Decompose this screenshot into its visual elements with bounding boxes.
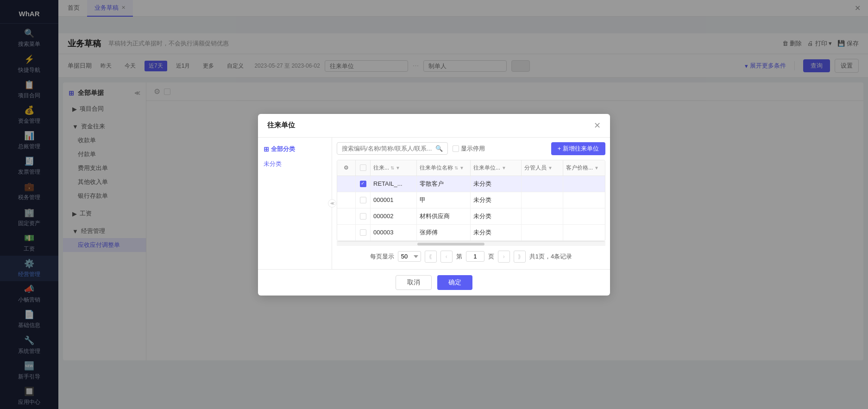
dialog-title: 往来单位 [267, 121, 594, 130]
td-mgr-3 [522, 208, 563, 224]
td-price-3 [563, 208, 605, 224]
dialog-left-nav: ⊞ 全部分类 未分类 ≪ [258, 138, 332, 269]
td-name-2: 甲 [417, 192, 471, 208]
dialog-table: ⚙ 往来... ⇅ ▼ 往来单位名称 ⇅ ▼ [337, 160, 605, 241]
dialog-footer: 取消 确定 [258, 269, 610, 296]
mgr-filter-icon: ▼ [548, 165, 553, 170]
table-row[interactable]: 000001 甲 未分类 [337, 192, 605, 208]
td-code-1: RETAIL_... [371, 176, 417, 192]
table-row[interactable]: RETAIL_... 零散客户 未分类 [337, 176, 605, 192]
table-header: ⚙ 往来... ⇅ ▼ 往来单位名称 ⇅ ▼ [337, 160, 605, 176]
dialog-search-wrapper: 🔍 [337, 142, 448, 155]
dialog-left-unclassified[interactable]: 未分类 [258, 157, 332, 171]
td-checkbox-4[interactable] [356, 225, 371, 240]
td-checkbox-1[interactable] [356, 176, 371, 192]
td-settings-4 [337, 225, 356, 240]
dialog-header: 往来单位 ✕ [258, 114, 610, 138]
td-checkbox-3[interactable] [356, 208, 371, 224]
dialog-partner: 往来单位 ✕ ⊞ 全部分类 未分类 ≪ 🔍 [258, 114, 610, 296]
name-filter-icon: ▼ [459, 165, 464, 170]
dialog-body: ⊞ 全部分类 未分类 ≪ 🔍 显示停用 [258, 138, 610, 269]
td-cat-4: 未分类 [471, 225, 522, 240]
dialog-left-header: ⊞ 全部分类 [258, 141, 332, 157]
td-name-3: 材料供应商 [417, 208, 471, 224]
per-page-select[interactable]: 50 100 [398, 251, 421, 262]
table-row[interactable]: 000003 张师傅 未分类 [337, 225, 605, 241]
dialog-pagination: 每页显示 50 100 ⟪ ‹ 第 页 › ⟫ 共1页，4条记录 [337, 246, 605, 264]
td-price-2 [563, 192, 605, 208]
scrollbar-thumb [417, 243, 484, 245]
th-name: 往来单位名称 ⇅ ▼ [417, 160, 471, 176]
th-price: 客户价格... ▼ [563, 160, 605, 176]
first-page-btn[interactable]: ⟪ [425, 251, 437, 263]
td-price-4 [563, 225, 605, 240]
th-code: 往来... ⇅ ▼ [371, 160, 417, 176]
dialog-left-collapse-btn[interactable]: ≪ [328, 199, 336, 208]
add-partner-btn[interactable]: + 新增往来单位 [551, 142, 605, 155]
dialog-search-bar: 🔍 显示停用 + 新增往来单位 [337, 142, 605, 155]
show-disabled-checkbox[interactable] [453, 145, 459, 152]
page-number-input[interactable] [466, 251, 484, 262]
td-settings-1 [337, 176, 356, 192]
th-category: 往来单位... ▼ [471, 160, 522, 176]
td-cat-2: 未分类 [471, 192, 522, 208]
th-select-all[interactable] [360, 164, 366, 171]
td-code-2: 000001 [371, 192, 417, 208]
row-checkbox-4[interactable] [360, 229, 366, 236]
td-code-4: 000003 [371, 225, 417, 240]
dialog-close-btn[interactable]: ✕ [594, 120, 601, 131]
modal-overlay: 往来单位 ✕ ⊞ 全部分类 未分类 ≪ 🔍 [0, 0, 868, 409]
td-settings-2 [337, 192, 356, 208]
row-checkbox-2[interactable] [360, 197, 366, 203]
table-row[interactable]: 000002 材料供应商 未分类 [337, 208, 605, 225]
row-checkbox-3[interactable] [360, 213, 366, 220]
td-price-1 [563, 176, 605, 192]
settings-col-icon: ⚙ [344, 164, 349, 171]
next-page-btn[interactable]: › [498, 251, 510, 263]
td-cat-1: 未分类 [471, 176, 522, 192]
td-code-3: 000002 [371, 208, 417, 224]
code-sort-icon: ⇅ [390, 165, 394, 170]
code-filter-icon: ▼ [396, 165, 400, 170]
last-page-btn[interactable]: ⟫ [514, 251, 526, 263]
cat-filter-icon: ▼ [502, 165, 506, 170]
search-magnifier-icon: 🔍 [435, 145, 443, 152]
th-settings: ⚙ [337, 160, 356, 176]
row-checkbox-1[interactable] [360, 181, 366, 187]
cancel-button[interactable]: 取消 [396, 275, 432, 290]
td-settings-3 [337, 208, 356, 224]
td-name-1: 零散客户 [417, 176, 471, 192]
td-mgr-4 [522, 225, 563, 240]
th-checkbox [356, 160, 371, 176]
prev-page-btn[interactable]: ‹ [440, 251, 453, 263]
name-sort-icon: ⇅ [454, 165, 458, 170]
dialog-right-content: 🔍 显示停用 + 新增往来单位 ⚙ [332, 138, 610, 269]
td-checkbox-2[interactable] [356, 192, 371, 208]
confirm-button[interactable]: 确定 [437, 275, 472, 290]
price-filter-icon: ▼ [594, 165, 599, 170]
td-name-4: 张师傅 [417, 225, 471, 240]
td-cat-3: 未分类 [471, 208, 522, 224]
grid-icon2: ⊞ [264, 145, 269, 153]
td-mgr-2 [522, 192, 563, 208]
td-mgr-1 [522, 176, 563, 192]
table-scrollbar[interactable] [337, 241, 605, 246]
th-manager: 分管人员 ▼ [522, 160, 563, 176]
show-disabled-wrapper: 显示停用 [453, 145, 485, 153]
dialog-search-input[interactable] [342, 145, 433, 152]
